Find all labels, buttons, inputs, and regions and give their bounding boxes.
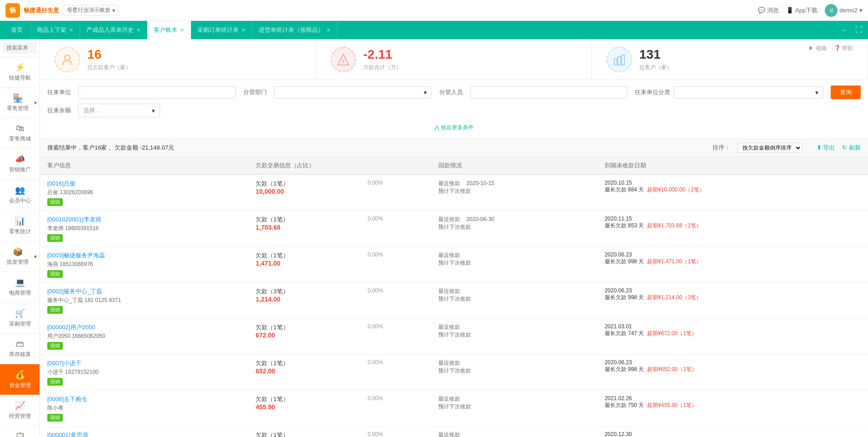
stat-total-customers: 131 总客户（家） ▶ 视频 ❓ 帮助: [592, 39, 868, 80]
due-date-value: 2020.06.23: [605, 287, 861, 294]
debt-info-cell: 欠款（1笔） 652.00: [248, 355, 360, 391]
sidebar-item-basic-info[interactable]: 📋 基础信息: [0, 426, 40, 437]
customer-tag: 现销: [47, 414, 63, 422]
customer-name: 陈小希: [47, 404, 241, 412]
source-unit-input[interactable]: ···: [78, 86, 236, 99]
tab-bar: 首页 商品上下架 ✕ 产成品入库单历史 ✕ 客户账本 ✕ 采购订单统计表 ✕ 进…: [0, 21, 868, 39]
customer-code-link[interactable]: [0007]小进干: [47, 360, 81, 367]
tab-home[interactable]: 首页: [4, 21, 30, 39]
balance-input[interactable]: 选择... ▾: [78, 104, 160, 117]
tab-close-products-off[interactable]: ✕: [69, 27, 73, 33]
tab-close-customer-account[interactable]: ✕: [180, 27, 184, 33]
customer-tag: 现销: [47, 270, 63, 278]
table-container: 客户信息 欠款交易信息（占比） 回款情况 到期未收款日期 [0016]吕俊 吕俊…: [40, 157, 868, 437]
due-date-cell: 2020.06.23 最长欠款 998 天 超期¥652.00（1笔）: [597, 355, 868, 391]
filter-department-label: 分管部门: [243, 88, 271, 96]
collection-cell: 最近收款 预计下次收款: [431, 427, 597, 437]
chevron-down-dept: ▾: [424, 89, 427, 96]
operations-icon: 📈: [15, 401, 25, 411]
search-button[interactable]: 查询: [831, 85, 861, 99]
customer-code-link[interactable]: [0001020001]李老师: [47, 216, 101, 223]
tab-customer-account[interactable]: 客户账本 ✕: [147, 21, 191, 39]
sidebar-item-member[interactable]: 👥 会员中心: [0, 180, 40, 211]
sidebar-item-inventory[interactable]: 🗃 库存核算: [0, 334, 40, 364]
customer-code-link[interactable]: [000002]用户2050: [47, 324, 95, 331]
filter-row-2: 往来余额 选择... ▾: [47, 104, 861, 117]
tab-close-production-history[interactable]: ✕: [136, 27, 140, 33]
customer-code-link[interactable]: [0006]去下粮仓: [47, 396, 87, 402]
debt-customers-icon: [55, 47, 80, 72]
refresh-btn[interactable]: ↻ 刷新: [842, 144, 861, 152]
sidebar-item-finance[interactable]: 💰 资金管理: [0, 364, 40, 395]
due-date-cell: 2021.02.26 最长欠款 750 天 超期¥455.90（1笔）: [597, 391, 868, 427]
help-icon: ❓: [834, 45, 841, 51]
customer-code-link[interactable]: [0016]吕俊: [47, 180, 75, 187]
tab-import-summary[interactable]: 进货单统计表（按商品） ✕: [252, 21, 337, 39]
customer-code-link[interactable]: [0002]服务中心_丁磊: [47, 288, 102, 295]
overdue-link[interactable]: 超期¥1,471.00（1笔）: [647, 258, 702, 265]
sidebar-item-purchase[interactable]: 🛒 采购管理: [0, 303, 40, 334]
overdue-link[interactable]: 超期¥455.90（1笔）: [647, 402, 697, 408]
unit-category-input[interactable]: ▾: [674, 86, 823, 99]
tab-production-history[interactable]: 产成品入库单历史 ✕: [80, 21, 147, 39]
customer-code-link[interactable]: [0003]畅捷服务尹海蕊: [47, 252, 105, 259]
collection-next: 预计下次收款: [438, 259, 590, 267]
sidebar-item-retail-mall[interactable]: 🛍 零售商城: [0, 118, 40, 149]
message-btn[interactable]: 💬 消息: [758, 6, 779, 15]
manager-input[interactable]: ···: [470, 86, 628, 99]
chevron-down-icon: ▾: [112, 7, 115, 14]
sidebar-item-ecommerce[interactable]: 💻 电商管理: [0, 272, 40, 303]
app-download-btn[interactable]: 📱 App下载: [786, 6, 818, 15]
collection-cell: 最近收款 预计下次收款: [431, 391, 597, 427]
sidebar-search-input[interactable]: [3, 42, 37, 54]
overdue-link[interactable]: 超期¥652.00（1笔）: [647, 366, 697, 372]
app-selector[interactable]: 母婴行业演示账套 ▾: [63, 5, 119, 15]
tab-maximize-btn[interactable]: ⛶: [853, 26, 864, 34]
overdue-link[interactable]: 超期¥672.00（1笔）: [647, 330, 697, 337]
customer-code-link[interactable]: [000001]黄思源: [47, 432, 88, 437]
overdue-link[interactable]: 超期¥1,703.68（1笔）: [647, 222, 702, 229]
collection-cell: 最近收款 2020-10-15 预计下次收款: [431, 175, 597, 211]
debt-amount: 10,000.00: [256, 188, 353, 195]
department-input[interactable]: ▾: [274, 86, 432, 99]
video-btn[interactable]: ▶ 视频: [808, 45, 826, 52]
tab-purchase-summary[interactable]: 采购订单统计表 ✕: [191, 21, 252, 39]
table-header-row: 客户信息 欠款交易信息（占比） 回款情况 到期未收款日期: [40, 157, 868, 175]
debt-ratio: 0.00%: [367, 431, 424, 437]
collection-cell: 最近收款 预计下次收款: [431, 355, 597, 391]
overdue-link[interactable]: 超期¥1,214.00（3笔）: [647, 294, 702, 301]
collapse-bar[interactable]: ⋀ 收起更多条件: [47, 122, 861, 133]
customer-info-cell: [000002]用户2050 用户2050 18665062050 现销: [40, 319, 248, 355]
due-date-value: 2020.12.30: [605, 431, 861, 437]
debt-ratio-cell: 0.00%: [360, 391, 431, 427]
export-btn[interactable]: ⬆ 导出: [817, 144, 835, 152]
debt-ratio-cell: 0.00%: [360, 211, 431, 247]
due-date-value: 2021.03.01: [605, 323, 861, 330]
main-layout: ⚡ 快捷导航 🏪 零售管理 ▼ 🛍 零售商城 📣 营销推广 👥 会员中心 �: [0, 39, 868, 437]
tab-close-purchase-summary[interactable]: ✕: [241, 27, 246, 33]
sidebar-item-marketing[interactable]: 📣 营销推广: [0, 149, 40, 180]
top-right: 💬 消息 📱 App下载 d demo2 ▾: [758, 4, 863, 17]
debt-ratio: 0.00%: [367, 216, 424, 222]
tab-close-import-summary[interactable]: ✕: [326, 27, 331, 33]
sidebar-item-operations[interactable]: 📈 经营管理: [0, 395, 40, 426]
avatar: d: [825, 4, 838, 17]
sidebar-item-retail-mgmt[interactable]: 🏪 零售管理 ▼: [0, 88, 40, 118]
customer-name: 李老师 18600391516: [47, 225, 241, 232]
help-btn[interactable]: ❓ 帮助: [834, 45, 853, 52]
tab-products-off[interactable]: 商品上下架 ✕: [30, 21, 80, 39]
svg-point-0: [65, 55, 70, 60]
user-menu[interactable]: d demo2 ▾: [825, 4, 863, 17]
chevron-icon: ▼: [33, 100, 38, 105]
sidebar-item-retail-stats[interactable]: 📊 零售统计: [0, 211, 40, 241]
sidebar-item-batch-mgmt[interactable]: 📦 批发管理 ▼: [0, 241, 40, 272]
collection-last: 最近收款: [438, 359, 590, 367]
overdue-link[interactable]: 超期¥10,000.00（1笔）: [647, 186, 705, 193]
filter-row-1: 往来单位 ··· 分管部门 ▾ 分管人员 ···: [47, 85, 861, 99]
sidebar-item-nav[interactable]: ⚡ 快捷导航: [0, 57, 40, 88]
sort-select[interactable]: 按欠款金额倒序排序: [738, 143, 802, 153]
tab-minimize-btn[interactable]: －: [839, 25, 850, 35]
stat-debt-amount-info: -2.11 欠款合计（万）: [363, 47, 401, 71]
debt-ratio-cell: 0.00%: [360, 283, 431, 319]
table-row: [0003]畅捷服务尹海蕊 海燕 18513066976 现销 欠款（1笔） 1…: [40, 247, 868, 283]
